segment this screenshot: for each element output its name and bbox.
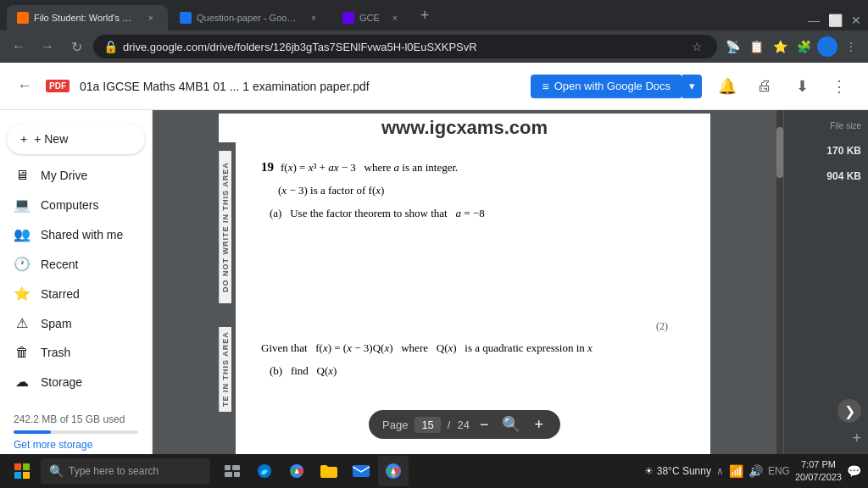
notifications-icon[interactable]: 🔔 — [712, 71, 743, 102]
sidebar-item-storage[interactable]: ☁ Storage — [0, 367, 138, 396]
print-icon[interactable]: 🖨 — [749, 71, 780, 102]
menu-icon[interactable]: ⋮ — [841, 36, 861, 57]
tab-3[interactable]: GCE × — [332, 5, 412, 30]
pdf-viewer: www.igcxams.com DO NOT WRITE IN THIS ARE… — [153, 110, 776, 454]
chrome-taskbar-app[interactable] — [378, 456, 409, 486]
lock-icon: 🔒 — [103, 40, 118, 53]
download-icon[interactable]: ⬇ — [787, 71, 817, 102]
starred-icon: ⭐ — [14, 286, 31, 302]
computers-icon: 💻 — [14, 197, 31, 213]
restore-button[interactable]: ⬜ — [828, 14, 843, 27]
sidebar-item-trash[interactable]: 🗑 Trash — [0, 338, 138, 367]
tab-3-favicon — [342, 12, 354, 24]
browser-actions: 📡 📋 ⭐ 🧩 👤 ⋮ — [722, 36, 861, 57]
new-tab-button[interactable]: + — [414, 7, 437, 25]
storage-text: 242.2 MB of 15 GB used — [14, 413, 125, 425]
tab-1-close[interactable]: × — [144, 11, 158, 25]
open-with-dropdown-button[interactable]: ▾ — [682, 75, 702, 98]
pdf-scroll-thumb[interactable] — [776, 127, 783, 178]
reload-button[interactable]: ↻ — [64, 35, 88, 58]
edge-app[interactable] — [249, 456, 280, 486]
given-text: Given that f(x) = (x − 3)Q(x) where Q(x)… — [261, 340, 685, 358]
svg-rect-0 — [14, 463, 21, 470]
svg-rect-1 — [23, 463, 30, 470]
taskview-button[interactable] — [217, 456, 248, 486]
sidebar-item-computers[interactable]: 💻 Computers — [0, 190, 138, 219]
screen-share-icon[interactable]: 📋 — [746, 36, 766, 57]
shared-icon: 👥 — [14, 226, 31, 242]
folder-app[interactable] — [314, 456, 344, 486]
minimize-button[interactable]: — — [808, 14, 820, 27]
address-text: drive.google.com/drive/folders/126jb3gTa… — [123, 41, 682, 53]
tab-2[interactable]: Question-paper - Google Drive × — [170, 5, 331, 30]
trash-icon: 🗑 — [14, 345, 31, 360]
tab-2-favicon — [180, 12, 192, 24]
star-icon[interactable]: ⭐ — [770, 36, 790, 57]
cast-icon[interactable]: 📡 — [722, 36, 743, 57]
question-header: 19 f(x) = x³ + ax − 3 where a is an inte… — [261, 159, 685, 182]
start-button[interactable] — [7, 456, 37, 486]
volume-icon[interactable]: 🔊 — [748, 464, 763, 478]
page-label: Page — [382, 419, 408, 431]
side-label-top: DO NOT WRITE IN THIS AREA — [219, 151, 231, 303]
taskbar-search-box[interactable]: 🔍 Type here to search — [41, 458, 210, 484]
open-with-group: ≡ Open with Google Docs ▾ — [531, 75, 702, 98]
open-with-google-docs-button[interactable]: ≡ Open with Google Docs — [531, 75, 682, 98]
folder-icon — [320, 464, 337, 478]
sidebar-item-my-drive[interactable]: 🖥 My Drive — [0, 161, 138, 190]
tray-arrow[interactable]: ∧ — [716, 465, 724, 477]
sidebar: + + New 🖥 My Drive 💻 Computers 👥 Shared … — [0, 110, 153, 454]
page-current[interactable]: 15 — [415, 417, 440, 433]
docs-icon: ≡ — [542, 80, 549, 93]
get-more-storage-link[interactable]: Get more storage — [14, 439, 138, 451]
new-button[interactable]: + + New — [7, 124, 145, 154]
notifications-badge[interactable]: 💬 — [847, 464, 861, 478]
tab-2-close[interactable]: × — [307, 11, 320, 25]
file-size-label-row: File size — [791, 117, 861, 132]
sidebar-item-computers-label: Computers — [41, 198, 98, 212]
drive-icon: 🖥 — [14, 168, 31, 183]
sidebar-item-shared[interactable]: 👥 Shared with me — [0, 219, 138, 249]
tab-1-favicon — [17, 12, 29, 24]
mail-app[interactable] — [346, 456, 376, 486]
sidebar-item-recent[interactable]: 🕐 Recent — [0, 249, 138, 279]
zoom-out-button[interactable]: − — [476, 416, 492, 434]
tab-2-label: Question-paper - Google Drive — [197, 13, 298, 23]
side-label-bottom: TE IN THIS AREA — [219, 327, 231, 412]
forward-button[interactable]: → — [36, 35, 59, 58]
file-size-value: 170 KB — [826, 145, 861, 157]
close-button[interactable]: ✕ — [851, 14, 861, 27]
chrome-app[interactable] — [281, 456, 312, 486]
pdf-scrollbar[interactable] — [776, 110, 783, 454]
extension-icon[interactable]: 🧩 — [793, 36, 814, 57]
tab-3-close[interactable]: × — [388, 11, 402, 25]
tab-3-label: GCE — [359, 13, 380, 23]
chrome-taskbar-icon — [386, 463, 401, 479]
add-panel-button[interactable]: + — [852, 430, 861, 447]
open-with-label: Open with Google Docs — [554, 80, 670, 92]
sidebar-item-starred[interactable]: ⭐ Starred — [0, 279, 138, 308]
header-icons: 🔔 🖨 ⬇ ⋮ — [712, 71, 854, 102]
zoom-icon-button[interactable]: 🔍 — [498, 415, 524, 434]
profile-icon[interactable]: 👤 — [817, 36, 837, 57]
sidebar-item-spam[interactable]: ⚠ Spam — [0, 308, 138, 338]
sidebar-item-starred-label: Starred — [41, 287, 80, 301]
tab-1[interactable]: Filo Student: World's Only Li × — [7, 5, 168, 30]
bookmark-icon[interactable]: ☆ — [687, 36, 707, 57]
drive-back-button[interactable]: ← — [14, 74, 36, 98]
network-icon[interactable]: 📶 — [729, 464, 743, 478]
size2-value: 904 KB — [826, 170, 861, 182]
drive-header: ← PDF 01a IGCSE Maths 4MB1 01 ... 1 exam… — [0, 63, 868, 110]
address-box[interactable]: 🔒 drive.google.com/drive/folders/126jb3g… — [93, 35, 717, 58]
mail-icon — [353, 465, 370, 477]
taskbar-tray: ☀ 38°C Sunny ∧ 📶 🔊 ENG 7:07 PM 20/07/202… — [644, 458, 861, 485]
taskbar: 🔍 Type here to search — [0, 454, 868, 488]
zoom-in-button[interactable]: + — [531, 416, 547, 434]
edge-icon — [257, 463, 272, 479]
taskbar-search-icon: 🔍 — [49, 464, 64, 478]
expand-panel-button[interactable]: ❯ — [837, 399, 861, 423]
more-options-icon[interactable]: ⋮ — [824, 71, 854, 102]
tab-bar: Filo Student: World's Only Li × Question… — [0, 0, 868, 30]
factor-statement: (x − 3) is a factor of f(x) — [278, 182, 685, 200]
back-button[interactable]: ← — [7, 35, 31, 58]
